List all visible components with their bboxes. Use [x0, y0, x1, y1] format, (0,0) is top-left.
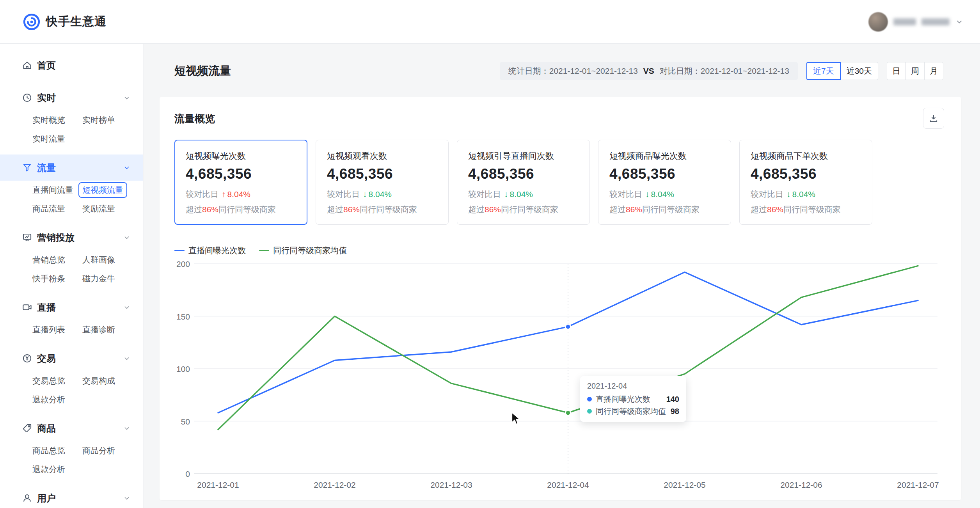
line-chart-canvas[interactable]: 0501001502002021-12-012021-12-022021-12-…	[174, 257, 947, 491]
stat-card-delta: 较对比日↓8.04%	[609, 189, 720, 200]
sidebar-children-trade: 交易总览 交易构成 退款分析	[0, 371, 143, 409]
app-title: 快手生意通	[46, 14, 107, 30]
legend-line-swatch	[174, 250, 185, 251]
delta-arrow-icon: ↓	[645, 190, 650, 199]
line-chart[interactable]: 0501001502002021-12-012021-12-022021-12-…	[174, 257, 946, 491]
stat-card-product-orders[interactable]: 短视频商品下单次数 4,685,356 较对比日↓8.04% 超过86%同行同等…	[739, 140, 872, 225]
sidebar-item-label: 直播	[37, 301, 56, 314]
sidebar-item-live-room-traffic[interactable]: 直播间流量	[32, 181, 73, 199]
tooltip-date: 2021-12-04	[587, 382, 679, 391]
sidebar-item-label: 首页	[37, 59, 56, 72]
granularity-week-button[interactable]: 周	[905, 62, 925, 80]
svg-text:2021-12-07: 2021-12-07	[897, 480, 939, 489]
sidebar-item-marketing-overview[interactable]: 营销总览	[32, 250, 65, 269]
compare-label: 较对比日	[186, 190, 218, 199]
sidebar-item-realtime-traffic[interactable]: 实时流量	[32, 130, 65, 148]
redacted-account-info	[921, 18, 950, 25]
sidebar-item-trade-overview[interactable]: 交易总览	[32, 371, 65, 390]
sidebar-item-realtime-overview[interactable]: 实时概览	[32, 111, 65, 130]
stat-card-product-exposure[interactable]: 短视频商品曝光次数 4,685,356 较对比日↓8.04% 超过86%同行同等…	[598, 140, 731, 225]
user-area[interactable]	[868, 12, 964, 32]
chevron-down-icon	[123, 494, 131, 502]
range-7d-button[interactable]: 近7天	[806, 62, 841, 80]
chart-tooltip: 2021-12-04 直播间曝光次数 140 同行同等级商家均值 98	[580, 376, 686, 422]
chevron-down-icon	[123, 94, 131, 102]
delta-value: 8.04%	[510, 190, 533, 199]
download-button[interactable]	[923, 108, 944, 129]
sidebar-item-live-diagnosis[interactable]: 直播诊断	[82, 320, 115, 339]
tooltip-series-value: 98	[671, 407, 679, 416]
delta-arrow-icon: ↑	[222, 190, 226, 199]
sidebar-item-realtime[interactable]: 实时	[0, 85, 143, 111]
series-dot-icon	[587, 409, 592, 414]
sidebar-item-home[interactable]: 首页	[0, 52, 143, 78]
stat-card-value: 4,685,356	[327, 166, 437, 182]
range-toggle-group: 近7天 近30天	[806, 62, 878, 80]
svg-text:2021-12-01: 2021-12-01	[197, 480, 239, 489]
sidebar-item-reward-traffic[interactable]: 奖励流量	[82, 199, 115, 218]
sidebar-item-live-list[interactable]: 直播列表	[32, 320, 65, 339]
tooltip-series-label: 同行同等级商家均值	[596, 406, 666, 417]
stat-card-title: 短视频曝光次数	[186, 150, 296, 162]
sidebar-item-trade-composition[interactable]: 交易构成	[82, 371, 115, 390]
svg-text:2021-12-05: 2021-12-05	[664, 480, 705, 489]
tag-icon	[22, 423, 32, 433]
granularity-toggle-group: 日 周 月	[887, 62, 943, 80]
app-root: 快手生意通 首页	[0, 0, 980, 508]
app-logo[interactable]: 快手生意通	[23, 13, 107, 31]
stat-card-title: 短视频商品下单次数	[751, 150, 861, 162]
funnel-icon	[22, 162, 32, 173]
sidebar-item-live[interactable]: 直播	[0, 294, 143, 320]
range-30d-button[interactable]: 近30天	[840, 62, 878, 80]
tooltip-series-value: 140	[666, 395, 679, 404]
mouse-cursor-icon	[511, 412, 522, 425]
granularity-day-button[interactable]: 日	[887, 62, 906, 80]
sidebar-item-refund-analysis[interactable]: 退款分析	[32, 390, 65, 409]
stat-card-rank: 超过86%同行同等级商家	[327, 204, 437, 215]
sidebar-item-product[interactable]: 商品	[0, 415, 143, 441]
legend-item-live-exposure[interactable]: 直播间曝光次数	[174, 245, 246, 256]
sidebar-item-product-overview[interactable]: 商品总览	[32, 441, 65, 460]
sidebar: 首页 实时 实时概览 实时榜单 实时流量	[0, 44, 144, 508]
sidebar-item-magnetic-taurus[interactable]: 磁力金牛	[82, 269, 115, 288]
avatar[interactable]	[868, 12, 888, 32]
svg-text:2021-12-03: 2021-12-03	[430, 480, 472, 489]
stat-date-label: 统计日期：	[508, 66, 549, 76]
tooltip-series-label: 直播间曝光次数	[596, 394, 650, 405]
sidebar-item-trade[interactable]: 交易	[0, 345, 143, 371]
stat-card-delta: 较对比日↓8.04%	[327, 189, 437, 200]
sidebar-item-user[interactable]: 用户	[0, 485, 143, 508]
sidebar-item-product-analysis[interactable]: 商品分析	[82, 441, 115, 460]
stat-card-title: 短视频商品曝光次数	[609, 150, 720, 162]
sidebar-item-realtime-rank[interactable]: 实时榜单	[82, 111, 115, 130]
home-icon	[22, 60, 32, 71]
sidebar-item-kuaishou-fentiao[interactable]: 快手粉条	[32, 269, 65, 288]
top-header: 快手生意通	[0, 0, 980, 44]
sidebar-children-live: 直播列表 直播诊断	[0, 320, 143, 339]
stat-card-views[interactable]: 短视频观看次数 4,685,356 较对比日↓8.04% 超过86%同行同等级商…	[316, 140, 449, 225]
stat-card-rank: 超过86%同行同等级商家	[186, 204, 296, 215]
sidebar-item-short-video-traffic[interactable]: 短视频流量	[78, 182, 127, 198]
chevron-down-icon[interactable]	[955, 18, 964, 26]
sidebar-item-product-refund-analysis[interactable]: 退款分析	[32, 460, 65, 479]
svg-text:50: 50	[181, 417, 190, 426]
sidebar-item-label: 商品	[37, 422, 56, 435]
legend-item-peer-average[interactable]: 同行同等级商家均值	[259, 245, 347, 256]
stat-card-delta: 较对比日↑8.04%	[186, 189, 296, 200]
granularity-month-button[interactable]: 月	[924, 62, 943, 80]
sidebar-item-product-traffic[interactable]: 商品流量	[32, 199, 65, 218]
sidebar-item-traffic[interactable]: 流量	[0, 155, 143, 181]
chevron-down-icon	[123, 355, 131, 362]
redacted-username	[893, 18, 916, 25]
sidebar-children-realtime: 实时概览 实时榜单 实时流量	[0, 111, 143, 148]
legend-label: 同行同等级商家均值	[273, 245, 347, 256]
stat-card-value: 4,685,356	[609, 166, 720, 182]
stat-card-lead-to-live[interactable]: 短视频引导直播间次数 4,685,356 较对比日↓8.04% 超过86%同行同…	[457, 140, 590, 225]
card-title: 流量概览	[174, 111, 946, 126]
sidebar-item-label: 实时	[37, 92, 56, 104]
sidebar-item-audience-portrait[interactable]: 人群画像	[82, 250, 115, 269]
stat-card-exposure[interactable]: 短视频曝光次数 4,685,356 较对比日↑8.04% 超过86%同行同等级商…	[174, 140, 307, 225]
svg-text:150: 150	[176, 312, 190, 321]
sidebar-item-marketing[interactable]: 营销投放	[0, 224, 143, 250]
sidebar-children-traffic: 直播间流量 短视频流量 商品流量 奖励流量	[0, 181, 143, 218]
